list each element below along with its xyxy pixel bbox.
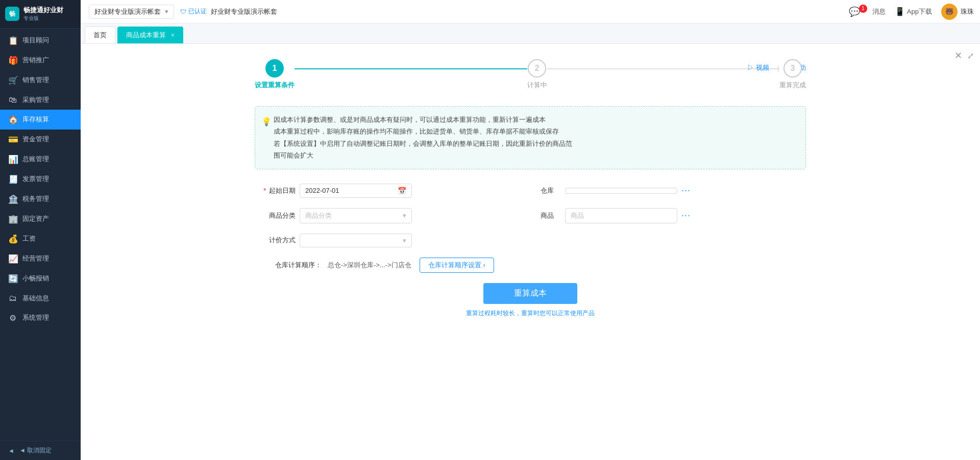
form-group-date: * 起始日期 2022-07-01 📅 xyxy=(255,184,520,198)
sidebar-item-label: 采购管理 xyxy=(22,95,72,105)
pricing-label: 计价方式 xyxy=(255,236,296,245)
expand-button[interactable]: ⤢ xyxy=(967,50,974,61)
recalc-button[interactable]: 重算成本 xyxy=(483,283,577,304)
sidebar-item-invoice[interactable]: 🧾 发票管理 xyxy=(0,169,81,189)
warehouse-dots-button[interactable]: ··· xyxy=(681,185,691,196)
step-line-1 xyxy=(295,68,527,69)
sidebar-item-label: 系统管理 xyxy=(22,313,72,322)
user-menu[interactable]: 🐻 珠珠 xyxy=(941,4,974,20)
basic-icon: 🗂 xyxy=(8,294,17,303)
sidebar-unpin[interactable]: ◄ ◄ 取消固定 xyxy=(0,441,81,460)
form-group-goods: 商品 商品 ··· xyxy=(541,208,806,223)
inventory-icon: 🏠 xyxy=(8,115,17,124)
info-line-2: 成本重算过程中，影响库存账的操作均不能操作，比如进货单、销货单、库存单据不能审核… xyxy=(274,125,796,137)
account-select[interactable]: 好业财专业版演示帐套 ▾ xyxy=(89,5,174,19)
tabbar: 首页 商品成本重算 × xyxy=(81,23,980,44)
tab-recalc[interactable]: 商品成本重算 × xyxy=(117,27,183,43)
goods-input[interactable]: 商品 xyxy=(565,208,677,223)
sidebar-item-label: 营销推广 xyxy=(22,56,72,65)
sidebar-item-purchase[interactable]: 🛍 采购管理 xyxy=(0,90,81,110)
expense-icon: 🔄 xyxy=(8,274,17,284)
form-group-pricing: 计价方式 ▾ xyxy=(255,234,806,247)
form-group-warehouse: 仓库 ··· xyxy=(541,185,806,196)
assets-icon: 🏢 xyxy=(8,214,17,224)
sidebar-item-general[interactable]: 📊 总账管理 xyxy=(0,149,81,169)
goods-label: 商品 xyxy=(541,211,561,220)
sidebar-item-inventory[interactable]: 🏠 库存核算 xyxy=(0,110,81,130)
step-line-2 xyxy=(547,68,780,69)
system-icon: ⚙ xyxy=(8,313,17,323)
sidebar-items: 📋 项目顾问 🎁 营销推广 🛒 销售管理 🛍 采购管理 🏠 库存核算 💳 资金管… xyxy=(0,29,81,441)
warehouse-order-setting-label: 仓库计算顺序设置 xyxy=(428,261,481,270)
user-name: 珠珠 xyxy=(961,7,974,16)
sidebar-item-tax[interactable]: 🏦 税务管理 xyxy=(0,189,81,209)
sidebar-item-expense[interactable]: 🔄 小畅报销 xyxy=(0,269,81,289)
close-button[interactable]: ✕ xyxy=(954,50,962,61)
account-select-arrow-icon: ▾ xyxy=(165,8,168,15)
message-label: 消息 xyxy=(872,7,886,16)
sidebar-item-assets[interactable]: 🏢 固定资产 xyxy=(0,209,81,229)
sidebar-item-sales[interactable]: 🛒 销售管理 xyxy=(0,70,81,90)
message-icon: 💬 xyxy=(849,6,860,17)
tab-home[interactable]: 首页 xyxy=(85,27,115,43)
content-inner: 1 设置重算条件 2 计算中 3 xyxy=(224,44,837,333)
topbar-left: 好业财专业版演示帐套 ▾ 🛡 已认证 好业财专业版演示帐套 xyxy=(89,5,849,19)
sidebar-item-label: 总账管理 xyxy=(22,155,72,164)
goods-dots-button[interactable]: ··· xyxy=(681,210,691,221)
step-2-label: 计算中 xyxy=(527,81,547,90)
account-select-text: 好业财专业版演示帐套 xyxy=(94,7,161,16)
form-row-category-goods: 商品分类 商品分类 ▾ 商品 商品 ··· xyxy=(255,208,806,223)
user-avatar: 🐻 xyxy=(941,4,958,20)
form-group-category: 商品分类 商品分类 ▾ xyxy=(255,208,520,223)
goods-placeholder: 商品 xyxy=(571,211,672,220)
invoice-icon: 🧾 xyxy=(8,174,17,184)
required-star: * xyxy=(263,187,266,194)
sidebar-logo-icon: 畅 xyxy=(5,7,19,21)
sidebar-item-label: 固定资产 xyxy=(22,214,72,223)
step-3: 3 重算完成 xyxy=(779,59,806,90)
sidebar-item-ops[interactable]: 📈 经营管理 xyxy=(0,249,81,269)
video-link[interactable]: ▷ 视频 xyxy=(747,63,769,72)
sidebar-item-marketing[interactable]: 🎁 营销推广 xyxy=(0,50,81,70)
tab-close-icon[interactable]: × xyxy=(171,32,175,39)
app-download-button[interactable]: 📱 App下载 xyxy=(895,7,932,16)
sidebar-item-basic[interactable]: 🗂 基础信息 xyxy=(0,289,81,308)
warehouse-order-label: 仓库计算顺序： xyxy=(275,261,322,270)
sidebar-item-label: 库存核算 xyxy=(22,115,72,124)
sidebar-item-project[interactable]: 📋 项目顾问 xyxy=(0,31,81,50)
verified-badge: 🛡 已认证 xyxy=(180,7,207,16)
account-name-display: 好业财专业版演示帐套 xyxy=(211,7,277,16)
category-select[interactable]: 商品分类 ▾ xyxy=(300,208,412,223)
pricing-arrow-icon: ▾ xyxy=(403,237,406,244)
recalc-hint: 重算过程耗时较长，重算时您可以正常使用产品 xyxy=(466,309,595,318)
pricing-select[interactable]: ▾ xyxy=(300,234,412,247)
warehouse-order-row: 仓库计算顺序： 总仓->深圳仓库->...->门店仓 仓库计算顺序设置 › xyxy=(255,258,806,273)
sidebar-item-system[interactable]: ⚙ 系统管理 xyxy=(0,308,81,328)
sidebar-item-salary[interactable]: 💰 工资 xyxy=(0,229,81,249)
info-box: 💡 因成本计算参数调整、或是对商品成本有疑问时，可以通过成本重算功能，重新计算一… xyxy=(255,106,806,169)
sidebar-footer-label: ◄ 取消固定 xyxy=(19,446,52,455)
warehouse-input[interactable] xyxy=(565,188,677,194)
content-corner: ✕ ⤢ xyxy=(954,50,974,61)
message-button[interactable]: 💬 1 消息 xyxy=(849,6,886,17)
warehouse-order-setting-button[interactable]: 仓库计算顺序设置 › xyxy=(420,258,494,273)
sidebar-item-finance[interactable]: 💳 资金管理 xyxy=(0,130,81,149)
sidebar-item-label: 基础信息 xyxy=(22,294,72,303)
content-area: ✕ ⤢ 1 设置重算条件 2 xyxy=(81,44,980,460)
unpin-icon: ◄ xyxy=(8,447,14,454)
step-2: 2 计算中 xyxy=(527,59,547,90)
main-area: 好业财专业版演示帐套 ▾ 🛡 已认证 好业财专业版演示帐套 💬 1 消息 📱 A… xyxy=(81,0,980,460)
stepper: 1 设置重算条件 2 计算中 3 xyxy=(255,59,806,90)
lightbulb-icon: 💡 xyxy=(261,115,272,130)
sidebar-item-label: 工资 xyxy=(22,234,72,243)
general-icon: 📊 xyxy=(8,155,17,164)
sidebar-item-label: 税务管理 xyxy=(22,194,72,203)
warehouse-label: 仓库 xyxy=(541,186,561,195)
start-date-value: 2022-07-01 xyxy=(305,187,398,194)
form-row-pricing: 计价方式 ▾ xyxy=(255,234,806,247)
start-date-input[interactable]: 2022-07-01 📅 xyxy=(300,184,412,198)
shield-icon: 🛡 xyxy=(180,8,186,15)
step-3-label: 重算完成 xyxy=(779,81,806,90)
sidebar-brand: 畅捷通好业财 专业版 xyxy=(23,6,63,22)
info-line-1: 因成本计算参数调整、或是对商品成本有疑问时，可以通过成本重算功能，重新计算一遍成… xyxy=(274,114,796,125)
